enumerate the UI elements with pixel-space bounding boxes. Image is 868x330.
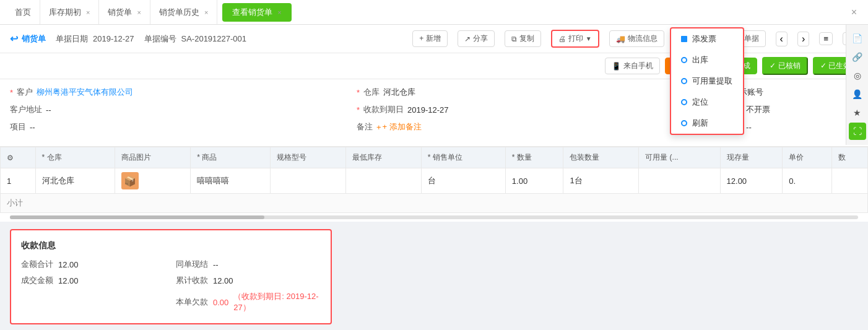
product-image: 📦 (121, 172, 139, 189)
table-container: ⚙ * 仓库 商品图片 * 商品 规格型号 最低库存 * 销售单位 * 数量 包… (0, 146, 868, 222)
doc-header: ↩ 销货单 单据日期 2019-12-27 单据编号 SA-20191227-0… (0, 25, 868, 53)
close-window-button[interactable]: × (846, 7, 862, 18)
sidebar-user-button[interactable]: 👤 (849, 85, 866, 103)
table-row: 1 河北仓库 📦 嘻嘻嘻嘻 台 1.00 1台 12.00 0. (1, 168, 868, 194)
transaction-item: 成交金额 12.00 (21, 275, 166, 286)
phone-icon: 📱 (612, 62, 621, 71)
payment-date-field: * 收款到期日 2019-12-27 (357, 104, 511, 115)
cumulative-item: 累计收款 12.00 (176, 275, 321, 286)
row-pack-qty: 1台 (563, 168, 639, 194)
doc-type-label: 销货单 (22, 33, 46, 45)
number-value: SA-20191227-001 (181, 34, 247, 43)
share-icon: ↗ (464, 35, 471, 43)
row-quantity: 1.00 (505, 168, 563, 194)
nav-prev-button[interactable]: ‹ (776, 32, 788, 46)
logistics-button[interactable]: 🚚 物流信息 (609, 30, 664, 47)
tab-inventory-init[interactable]: 库存期初 × (40, 0, 99, 24)
sidebar-star-button[interactable]: ★ (849, 104, 866, 121)
date-value: 2019-12-27 (93, 34, 134, 43)
current-owed-value: 0.00 (213, 298, 228, 307)
row-product: 嘻嘻嘻嘻 (191, 168, 271, 194)
same-order-item: 同单现结 -- (176, 259, 321, 270)
operations-dropdown: 添发票 出库 可用量提取 定位 刷新 (670, 27, 744, 135)
sidebar-doc-button[interactable]: 📄 (849, 30, 866, 47)
customer-field: * 客户 柳州粤港平安气体有限公司 (10, 87, 165, 98)
cumulative-label: 累计收款 (176, 275, 208, 286)
copy-button[interactable]: ⧉ 复制 (505, 30, 541, 47)
col-unit: * 销售单位 (421, 147, 505, 168)
new-button[interactable]: + 新增 (412, 30, 447, 47)
close-tab-sales-history[interactable]: × (204, 9, 208, 16)
add-note-button[interactable]: + + 添加备注 (376, 121, 422, 132)
close-tab-inventory-init[interactable]: × (86, 9, 90, 16)
warehouse-required: * (357, 88, 360, 97)
refresh-item[interactable]: 刷新 (671, 113, 743, 134)
nav-next-button[interactable]: › (797, 32, 809, 46)
from-phone-button[interactable]: 📱 来自手机 (605, 58, 660, 74)
same-order-value: -- (213, 260, 219, 269)
col-warehouse: * 仓库 (35, 147, 115, 168)
col-settings[interactable]: ⚙ (1, 147, 36, 168)
cancelled-button[interactable]: ✓ 已核销 (762, 57, 807, 75)
subtotal-row: 小计 (1, 194, 868, 213)
row-more (831, 168, 867, 194)
share-button[interactable]: ↗ 分享 (458, 30, 495, 47)
project-value: -- (30, 123, 35, 132)
product-table: ⚙ * 仓库 商品图片 * 商品 规格型号 最低库存 * 销售单位 * 数量 包… (0, 147, 868, 213)
refresh-menu-icon (681, 120, 687, 126)
scroll-thumb (10, 215, 264, 219)
address-label: 客户地址 (10, 104, 42, 115)
row-num: 1 (1, 168, 36, 194)
doc-type-icon: ↩ (10, 33, 18, 45)
tab-view-sales-order[interactable]: 查看销货单 × (222, 3, 291, 22)
close-tab-view-sales-order[interactable]: × (277, 9, 281, 16)
warehouse-field: * 仓库 河北仓库 (357, 87, 511, 98)
outbound-item[interactable]: 出库 (671, 50, 743, 71)
date-label: 单据日期 (56, 33, 88, 45)
print-icon: 🖨 (558, 35, 566, 43)
payment-date-required: * (357, 105, 360, 115)
number-label: 单据编号 (144, 33, 176, 45)
col-available: 可用量 (... (639, 147, 720, 168)
outbound-icon (681, 57, 687, 63)
row-spec (271, 168, 346, 194)
row-warehouse: 河北仓库 (35, 168, 115, 194)
effective-icon: ✓ (820, 61, 827, 70)
warehouse-value: 河北仓库 (383, 87, 415, 98)
warehouse-label: 仓库 (363, 87, 380, 98)
sidebar-circle-button[interactable]: ◎ (849, 67, 866, 84)
address-field: 客户地址 -- (10, 104, 165, 115)
payment-title: 收款信息 (21, 240, 321, 251)
locate-item[interactable]: 定位 (671, 92, 743, 113)
col-image: 商品图片 (115, 147, 191, 168)
current-owed-item: 本单欠款 0.00 （收款到期日: 2019-12-27） (176, 291, 321, 313)
project-label: 项目 (10, 121, 26, 132)
horizontal-scrollbar[interactable] (10, 215, 858, 219)
project-field: 项目 -- (10, 121, 165, 132)
row-price: 0. (783, 168, 831, 194)
view-list-button[interactable]: ≡ (819, 32, 833, 45)
close-tab-sales-order[interactable]: × (137, 9, 141, 16)
note-label: 备注 (357, 121, 373, 132)
cancelled-icon: ✓ (770, 61, 776, 70)
col-more: 数 (831, 147, 867, 168)
add-invoice-icon (681, 36, 687, 42)
total-amount-label: 金额合计 (21, 259, 53, 270)
col-min-stock: 最低库存 (346, 147, 422, 168)
payment-section: 收款信息 金额合计 12.00 同单现结 -- 成交金额 12.00 累计收款 … (10, 229, 332, 324)
print-dropdown-icon: ▼ (586, 35, 592, 42)
transaction-label: 成交金额 (21, 275, 53, 286)
row-min-stock (346, 168, 422, 194)
tab-sales-history[interactable]: 销货单历史 × (150, 0, 217, 24)
print-button[interactable]: 🖨 打印 ▼ (551, 30, 599, 48)
sidebar-link-button[interactable]: 🔗 (849, 48, 866, 66)
tab-sales-order[interactable]: 销货单 × (99, 0, 150, 24)
customer-label: 客户 (17, 87, 33, 98)
quantity-icon (681, 78, 687, 84)
transaction-value: 12.00 (58, 276, 79, 285)
customer-value[interactable]: 柳州粤港平安气体有限公司 (37, 87, 133, 98)
add-invoice-item[interactable]: 添发票 (671, 28, 743, 50)
sidebar-expand-button[interactable]: ⛶ (849, 123, 866, 140)
quantity-item[interactable]: 可用量提取 (671, 71, 743, 92)
tab-home[interactable]: 首页 (6, 0, 40, 24)
